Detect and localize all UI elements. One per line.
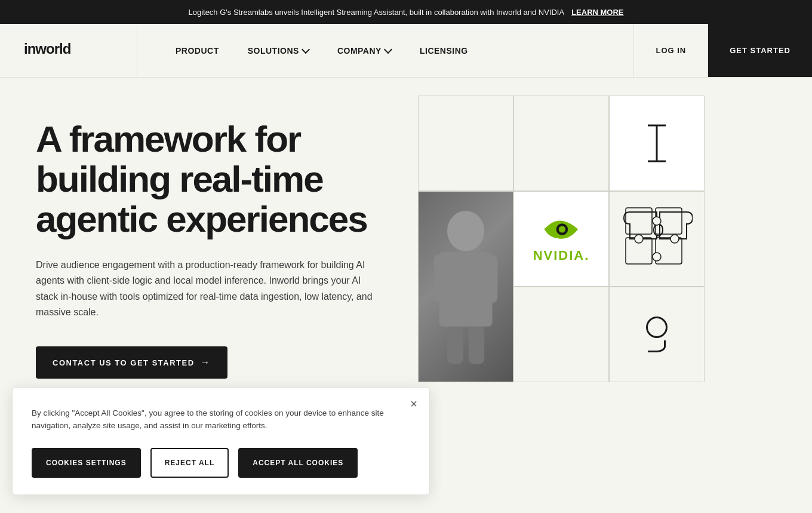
- accept-all-button[interactable]: ACCEPT ALL COOKIES: [238, 448, 358, 478]
- solutions-chevron-icon: [302, 45, 310, 54]
- mosaic-cell-empty-1: [418, 96, 513, 191]
- logo-area: inworld: [0, 24, 137, 77]
- nav-solutions[interactable]: SOLUTIONS: [233, 24, 323, 77]
- announcement-text: Logitech G's Streamlabs unveils Intellig…: [188, 8, 564, 17]
- curve-icon: [648, 340, 666, 352]
- cookies-settings-button[interactable]: COOKIES SETTINGS: [32, 448, 141, 478]
- cookie-close-button[interactable]: ×: [410, 397, 417, 411]
- person-photo: [419, 192, 513, 382]
- text-cursor-icon: [639, 119, 675, 167]
- nav-product[interactable]: PRODUCT: [161, 24, 233, 77]
- nvidia-eye-icon: [540, 214, 582, 244]
- svg-point-17: [635, 235, 643, 243]
- arrow-icon: →: [201, 357, 211, 368]
- login-button[interactable]: LOG IN: [634, 24, 708, 77]
- cta-button[interactable]: CONTACT US TO GET STARTED →: [36, 346, 227, 379]
- mosaic-cell-nvidia: NVIDIA.: [513, 191, 609, 287]
- nvidia-logo: NVIDIA.: [533, 214, 590, 263]
- svg-rect-6: [434, 255, 449, 303]
- nav-licensing[interactable]: LICENSING: [405, 24, 482, 77]
- hero-title: A framework for building real-time agent…: [36, 119, 382, 239]
- svg-point-18: [653, 253, 661, 261]
- svg-point-11: [559, 226, 565, 232]
- logo[interactable]: inworld: [24, 41, 102, 61]
- mosaic-cell-symbol: [609, 287, 705, 382]
- svg-rect-7: [482, 255, 497, 303]
- reject-all-button[interactable]: REJECT ALL: [150, 448, 229, 478]
- cookie-buttons: COOKIES SETTINGS REJECT ALL ACCEPT ALL C…: [32, 448, 410, 478]
- mosaic-cell-photo: [418, 191, 513, 382]
- symbol-decoration: [646, 317, 668, 352]
- company-chevron-icon: [384, 45, 392, 54]
- svg-point-4: [447, 211, 484, 251]
- nvidia-wordmark: NVIDIA.: [533, 248, 590, 263]
- announcement-bar: Logitech G's Streamlabs unveils Intellig…: [0, 0, 812, 24]
- cta-label: CONTACT US TO GET STARTED: [53, 358, 195, 367]
- nav-company[interactable]: COMPANY: [323, 24, 405, 77]
- mosaic-cell-puzzle: [609, 191, 705, 287]
- mosaic-cell-cursor: [609, 96, 705, 191]
- mosaic-cell-empty-2: [513, 96, 609, 191]
- nav-links: PRODUCT SOLUTIONS COMPANY LICENSING: [137, 24, 633, 77]
- puzzle-icon: [621, 203, 693, 275]
- hero-subtitle: Drive audience engagement with a product…: [36, 257, 382, 321]
- cookie-text: By clicking "Accept All Cookies", you ag…: [32, 407, 410, 432]
- learn-more-link[interactable]: LEARN MORE: [571, 8, 623, 17]
- nav-actions: LOG IN GET STARTED: [633, 24, 812, 77]
- svg-point-16: [653, 217, 661, 225]
- mosaic-cell-empty-3: [513, 287, 609, 382]
- svg-text:inworld: inworld: [24, 41, 71, 57]
- svg-point-19: [670, 235, 679, 243]
- svg-rect-9: [468, 327, 484, 364]
- circle-icon: [646, 317, 668, 338]
- navbar: inworld PRODUCT SOLUTIONS COMPANY LICENS…: [0, 24, 812, 78]
- get-started-button[interactable]: GET STARTED: [708, 24, 812, 77]
- svg-rect-8: [447, 327, 463, 364]
- cookie-banner: × By clicking "Accept All Cookies", you …: [12, 387, 430, 495]
- hero-mosaic: NVIDIA.: [418, 96, 705, 513]
